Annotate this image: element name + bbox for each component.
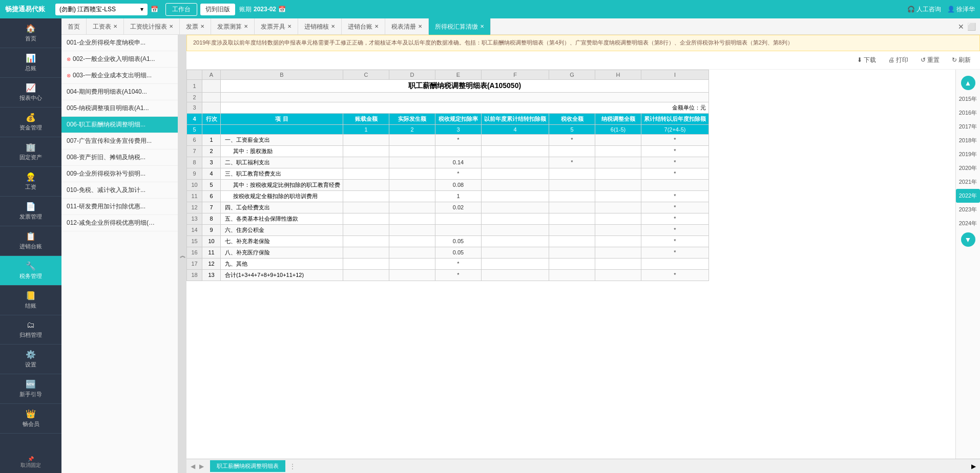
sidebar-item-funds[interactable]: 💰 资金管理 bbox=[0, 107, 61, 137]
subheader-6: 6(1-5) bbox=[595, 124, 641, 134]
col-c-header: C bbox=[343, 70, 389, 79]
tab-home[interactable]: 首页 bbox=[61, 18, 87, 35]
close-tab-calc[interactable]: ✕ bbox=[244, 18, 248, 35]
sidebar-item-sales[interactable]: 📋 进销台账 bbox=[0, 226, 61, 256]
year-2016[interactable]: 2016年 bbox=[956, 106, 980, 120]
scroll-right-button[interactable]: ▶ bbox=[971, 463, 976, 470]
sidebar-item-member[interactable]: 👑 畅会员 bbox=[0, 404, 61, 434]
header-i: 累计结转以后年度扣除额 bbox=[641, 113, 709, 124]
settings-icon: ⚙️ bbox=[26, 350, 36, 359]
year-up-button[interactable]: ▲ bbox=[961, 76, 975, 90]
tab-salary-stats[interactable]: 工资统计报表 ✕ bbox=[124, 18, 180, 35]
tab-invoice[interactable]: 发票 ✕ bbox=[180, 18, 211, 35]
year-2019[interactable]: 2019年 bbox=[956, 147, 980, 161]
sheet-menu-button[interactable]: ⋮ bbox=[289, 463, 296, 470]
close-tab-invoice[interactable]: ✕ bbox=[200, 18, 204, 35]
sidebar-label-sales: 进销台账 bbox=[19, 243, 42, 250]
year-2024[interactable]: 2024年 bbox=[956, 217, 980, 230]
tab-audit[interactable]: 进销稽核 ✕ bbox=[298, 18, 342, 35]
left-item-009[interactable]: 009-企业所得税弥补亏损明... bbox=[61, 166, 178, 182]
sidebar-label-assets: 固定资产 bbox=[19, 154, 42, 161]
download-button[interactable]: ⬇ 下载 bbox=[854, 54, 879, 66]
maximize-button[interactable]: ⬜ bbox=[967, 23, 976, 31]
year-2022[interactable]: 2022年 bbox=[956, 189, 980, 203]
sidebar-label-settings: 设置 bbox=[25, 361, 36, 369]
tab-actions: ✕ ⬜ bbox=[958, 23, 980, 31]
left-item-012[interactable]: 012-减免企业所得税优惠明细(… bbox=[61, 215, 178, 231]
item-8: 五、各类基本社会保障性缴款 bbox=[221, 213, 343, 224]
sidebar-item-home[interactable]: 🏠 首页 bbox=[0, 18, 61, 48]
notice-text: 2019年度涉及取以前年度结转数据的申报表单元格需要手工修正正确，才能核证本年及… bbox=[193, 39, 793, 46]
calendar-period-icon[interactable]: 📅 bbox=[278, 6, 286, 13]
table-wrapper[interactable]: A B C D E F G H I bbox=[186, 70, 955, 459]
sidebar-item-tax[interactable]: 🔧 税务管理 bbox=[0, 256, 61, 286]
sidebar-item-settings[interactable]: ⚙️ 设置 bbox=[0, 345, 61, 374]
sidebar-item-assets[interactable]: 🏢 固定资产 bbox=[0, 137, 61, 167]
tab-tax-clear[interactable]: 税表清册 ✕ bbox=[385, 18, 429, 35]
data-row-7: 7 2 其中：股权激励 * bbox=[187, 145, 709, 157]
consult-button[interactable]: 🎧 人工咨询 bbox=[907, 5, 941, 14]
refresh-button[interactable]: ↻ 刷新 bbox=[949, 54, 974, 66]
tab-income-tax[interactable]: 所得税汇算清缴 ✕ bbox=[429, 18, 491, 35]
unpin-button[interactable]: 📌 取消固定 bbox=[0, 452, 61, 473]
year-2018[interactable]: 2018年 bbox=[956, 134, 980, 147]
year-down-button[interactable]: ▼ bbox=[961, 232, 975, 247]
item-3: 二、职工福利支出 bbox=[221, 157, 343, 168]
year-2023[interactable]: 2023年 bbox=[956, 203, 980, 217]
member-icon: 👑 bbox=[26, 409, 36, 419]
tab-ledger[interactable]: 进销台账 ✕ bbox=[342, 18, 385, 35]
spreadsheet-table: A B C D E F G H I bbox=[186, 70, 709, 281]
close-all-tabs-button[interactable]: ✕ bbox=[958, 23, 964, 31]
salary-icon: 👷 bbox=[26, 172, 36, 182]
year-2020[interactable]: 2020年 bbox=[956, 161, 980, 175]
user-profile[interactable]: 👤 徐泽华 bbox=[947, 5, 975, 14]
tab-salary-table[interactable]: 工资表 ✕ bbox=[87, 18, 124, 35]
left-item-010[interactable]: 010-免税、减计收入及加计... bbox=[61, 182, 178, 199]
prev-sheet-button[interactable]: ◀ bbox=[191, 463, 195, 470]
close-tab-ledger[interactable]: ✕ bbox=[374, 18, 379, 35]
left-item-003[interactable]: ⊗ 003-一般企业成本支出明细... bbox=[61, 68, 178, 84]
calendar-icon[interactable]: 📅 bbox=[151, 6, 158, 13]
next-sheet-button[interactable]: ▶ bbox=[199, 463, 204, 470]
tab-invoice-calc[interactable]: 发票测算 ✕ bbox=[211, 18, 255, 35]
left-item-011[interactable]: 011-研发费用加计扣除优惠... bbox=[61, 199, 178, 215]
data-row-13: 13 8 五、各类基本社会保障性缴款 * bbox=[187, 213, 709, 224]
close-tab-incometax[interactable]: ✕ bbox=[480, 18, 484, 35]
left-item-004[interactable]: 004-期间费用明细表(A1040... bbox=[61, 84, 178, 100]
close-tab-salary[interactable]: ✕ bbox=[113, 18, 117, 35]
sidebar-item-reports[interactable]: 📈 报表中心 bbox=[0, 78, 61, 107]
left-item-006[interactable]: 006-职工薪酬纳税调整明细... bbox=[61, 117, 178, 133]
print-button[interactable]: 🖨 打印 bbox=[885, 54, 911, 66]
sidebar-item-general-ledger[interactable]: 📊 总账 bbox=[0, 48, 61, 78]
sidebar-item-salary[interactable]: 👷 工资 bbox=[0, 167, 61, 197]
assets-icon: 🏢 bbox=[26, 142, 36, 152]
collapse-panel-button[interactable]: 《 bbox=[178, 35, 186, 473]
col-g-header: G bbox=[549, 70, 595, 79]
left-item-005[interactable]: 005-纳税调整项目明细表(A1... bbox=[61, 100, 178, 117]
close-tab-open[interactable]: ✕ bbox=[287, 18, 291, 35]
close-tab-audit[interactable]: ✕ bbox=[331, 18, 335, 35]
close-tab-stats[interactable]: ✕ bbox=[169, 18, 173, 35]
sidebar-item-close[interactable]: 📒 结账 bbox=[0, 286, 61, 315]
left-item-001[interactable]: 001-企业所得税年度纳税申... bbox=[61, 35, 178, 51]
row-1: 1 职工薪酬纳税调整明细表(A105050) bbox=[187, 79, 709, 92]
sidebar-item-archive[interactable]: 🗂 归档管理 bbox=[0, 315, 61, 345]
left-item-002[interactable]: ⊗ 002-一般企业收入明细表(A1... bbox=[61, 51, 178, 68]
year-2015[interactable]: 2015年 bbox=[956, 92, 980, 106]
year-2021[interactable]: 2021年 bbox=[956, 175, 980, 189]
left-item-007[interactable]: 007-广告宣传和业务宣传费用... bbox=[61, 133, 178, 149]
cut-version-button[interactable]: 切到旧版 bbox=[200, 4, 235, 15]
sidebar-item-invoice[interactable]: 📄 发票管理 bbox=[0, 197, 61, 226]
data-row-16: 16 11 八、补充医疗保险 0.05 * bbox=[187, 247, 709, 258]
year-sidebar: ▲ 2015年 2016年 2017年 2018年 2019年 2020年 20… bbox=[955, 70, 980, 459]
workbench-button[interactable]: 工作台 bbox=[165, 3, 197, 16]
reset-button[interactable]: ↺ 重置 bbox=[918, 54, 943, 66]
sidebar-item-guide[interactable]: 🆕 新手引导 bbox=[0, 374, 61, 404]
company-selector[interactable]: (勿删) 江西赣宝-LSS ▾ bbox=[55, 4, 148, 15]
close-tab-taxclear[interactable]: ✕ bbox=[418, 18, 422, 35]
tab-invoice-open[interactable]: 发票开具 ✕ bbox=[255, 18, 298, 35]
left-item-008[interactable]: 008-资产折旧、摊销及纳税... bbox=[61, 149, 178, 166]
sheet-tab-main[interactable]: 职工薪酬纳税调整明细表 bbox=[210, 460, 285, 472]
funds-icon: 💰 bbox=[26, 113, 36, 122]
year-2017[interactable]: 2017年 bbox=[956, 120, 980, 134]
